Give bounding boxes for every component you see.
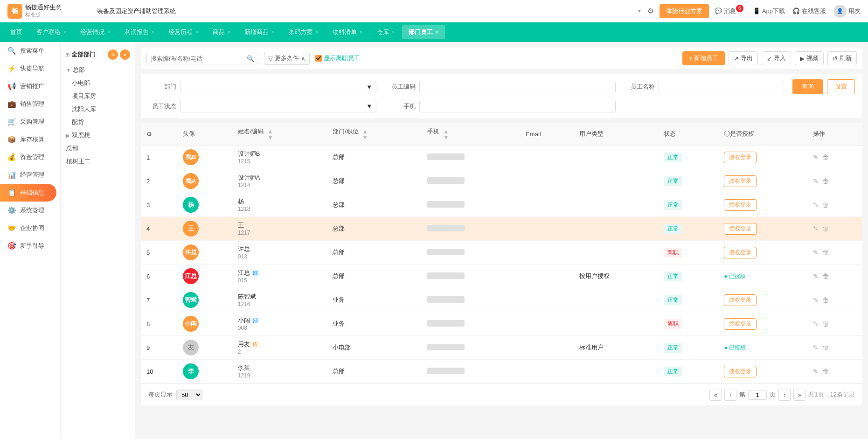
delete-button[interactable]: 🗑 xyxy=(822,249,829,256)
delete-button[interactable]: 🗑 xyxy=(822,272,829,280)
status-select[interactable]: ▼ xyxy=(180,100,376,112)
nav-tab-物料清单[interactable]: 物料清单 × xyxy=(326,25,369,39)
tab-close-icon[interactable]: × xyxy=(228,29,230,35)
dept-edit-btn[interactable]: ✎ xyxy=(108,49,118,60)
system-dropdown-arrow[interactable]: ▼ xyxy=(637,8,642,14)
empcode-input[interactable] xyxy=(419,81,616,93)
tab-close-icon[interactable]: × xyxy=(152,29,154,35)
left-menu-item-资金管理[interactable]: 💰资金管理 xyxy=(0,148,60,166)
tab-close-icon[interactable]: × xyxy=(63,29,66,35)
dept-item-总部[interactable]: ▼总部 xyxy=(61,63,135,77)
left-menu-item-系统管理[interactable]: ⚙️系统管理 xyxy=(0,202,60,219)
edit-button[interactable]: ✎ xyxy=(813,249,819,256)
dept-item-项目库房[interactable]: 项目库房 xyxy=(61,90,135,103)
col-settings[interactable]: ⚙ xyxy=(141,123,177,146)
edit-button[interactable]: ✎ xyxy=(813,368,819,375)
left-menu-item-库存核算[interactable]: 📦库存核算 xyxy=(0,131,60,148)
empname-input[interactable] xyxy=(659,81,783,93)
dept-collapse-btn[interactable]: « xyxy=(120,49,130,60)
left-menu-item-企业协同[interactable]: 🤝企业协同 xyxy=(0,219,60,237)
show-resigned-checkbox[interactable] xyxy=(315,55,322,62)
col-phone[interactable]: 手机 ▲▼ xyxy=(422,123,520,146)
tab-close-icon[interactable]: × xyxy=(360,29,362,35)
dept-item-配货[interactable]: 配货 xyxy=(61,116,135,129)
prev-page-btn[interactable]: ‹ xyxy=(724,389,736,401)
import-button[interactable]: ↙ 导入 xyxy=(762,51,791,65)
edit-button[interactable]: ✎ xyxy=(813,177,819,185)
search-input[interactable] xyxy=(151,55,244,62)
edit-button[interactable]: ✎ xyxy=(813,201,819,209)
delete-button[interactable]: 🗑 xyxy=(822,344,829,351)
auth-button[interactable]: 授权登录 xyxy=(724,152,757,163)
edit-button[interactable]: ✎ xyxy=(813,272,819,280)
dept-select[interactable]: ▼ xyxy=(180,81,376,93)
left-menu-item-快捷导航[interactable]: ⚡快捷导航 xyxy=(0,60,60,77)
auth-button[interactable]: 授权登录 xyxy=(724,247,757,258)
tab-close-icon[interactable]: × xyxy=(195,29,198,35)
online-service-btn[interactable]: 🎧 在线客服 xyxy=(792,7,826,15)
left-menu-item-新手引导[interactable]: 🎯新手引导 xyxy=(0,237,60,255)
export-button[interactable]: ↗ 导出 xyxy=(729,51,758,65)
left-menu-item-营销推广[interactable]: 📢营销推广 xyxy=(0,77,60,95)
left-menu-item-采购管理[interactable]: 🛒采购管理 xyxy=(0,113,60,131)
edit-button[interactable]: ✎ xyxy=(813,344,819,351)
col-dept[interactable]: 部门/职位 ▲▼ xyxy=(327,123,422,146)
edit-button[interactable]: ✎ xyxy=(813,296,819,304)
dept-all-label[interactable]: ⊞ 全部部门 xyxy=(65,50,96,59)
search-button[interactable]: 查询 xyxy=(792,79,823,94)
nav-tab-新增商品[interactable]: 新增商品 × xyxy=(238,25,281,39)
search-box[interactable]: 🔍 xyxy=(146,53,258,64)
nav-tab-部门员工[interactable]: 部门员工 × xyxy=(402,25,445,39)
auth-button[interactable]: 授权登录 xyxy=(724,294,757,306)
nav-tab-商品[interactable]: 商品 × xyxy=(206,25,237,39)
dept-item-双鹿想[interactable]: ▶双鹿想 xyxy=(61,129,135,142)
user-btn[interactable]: 👤 用友 xyxy=(833,5,861,18)
gear-icon[interactable]: ⚙ xyxy=(647,7,654,15)
auth-button[interactable]: 授权登录 xyxy=(724,318,757,330)
first-page-btn[interactable]: « xyxy=(709,389,722,401)
left-menu-item-搜索菜单[interactable]: 🔍搜索菜单 xyxy=(0,42,60,60)
left-menu-item-销售管理[interactable]: 💼销售管理 xyxy=(0,95,60,113)
auth-button[interactable]: 授权登录 xyxy=(724,366,757,377)
edit-button[interactable]: ✎ xyxy=(813,153,819,161)
dept-item-植树王二[interactable]: 植树王二 xyxy=(61,155,135,168)
page-input[interactable] xyxy=(748,390,767,400)
refresh-button[interactable]: ↺ 刷新 xyxy=(827,51,857,65)
col-name[interactable]: 姓名/编码 ▲▼ xyxy=(232,123,327,146)
nav-tab-经营历程[interactable]: 经营历程 × xyxy=(162,25,205,39)
nav-tab-条码方案[interactable]: 条码方案 × xyxy=(282,25,325,39)
left-menu-item-经营管理[interactable]: 📊经营管理 xyxy=(0,166,60,184)
dept-item-小电部[interactable]: 小电部 xyxy=(61,77,135,90)
nav-tab-经营情况[interactable]: 经营情况 × xyxy=(74,25,117,39)
nav-tab-首页[interactable]: 首页 xyxy=(4,25,29,39)
set-button[interactable]: 设置 xyxy=(827,79,855,94)
auth-button[interactable]: 授权登录 xyxy=(724,175,757,187)
show-resigned-toggle[interactable]: 显示离职员工 xyxy=(315,54,360,63)
delete-button[interactable]: 🗑 xyxy=(822,296,829,304)
nav-tab-客户联络[interactable]: 客户联络 × xyxy=(30,25,73,39)
more-filter-btn[interactable]: ▽ 更多条件 ∧ xyxy=(264,52,310,65)
tab-close-icon[interactable]: × xyxy=(436,29,438,35)
delete-button[interactable]: 🗑 xyxy=(822,153,829,161)
add-employee-button[interactable]: + 新增员工 xyxy=(682,51,725,65)
tab-close-icon[interactable]: × xyxy=(107,29,110,35)
dept-item-总部[interactable]: 总部 xyxy=(61,142,135,155)
delete-button[interactable]: 🗑 xyxy=(822,177,829,185)
left-menu-item-基础信息[interactable]: 📋基础信息 xyxy=(0,184,56,202)
delete-button[interactable]: 🗑 xyxy=(822,368,829,375)
nav-tab-仓库[interactable]: 仓库 × xyxy=(370,25,401,39)
edit-button[interactable]: ✎ xyxy=(813,320,819,328)
edit-button[interactable]: ✎ xyxy=(813,225,819,232)
app-download-btn[interactable]: 📱 App下载 xyxy=(753,7,785,15)
views-button[interactable]: ▶ 视频 xyxy=(795,51,824,65)
experience-button[interactable]: 体验行业方案 xyxy=(660,4,709,18)
next-page-btn[interactable]: › xyxy=(778,389,791,401)
delete-button[interactable]: 🗑 xyxy=(822,225,829,232)
message-btn[interactable]: 💬 消息 6 xyxy=(715,7,745,15)
tab-close-icon[interactable]: × xyxy=(271,29,274,35)
tab-close-icon[interactable]: × xyxy=(392,29,395,35)
phone-input[interactable] xyxy=(419,100,616,112)
per-page-select[interactable]: 50 100 200 xyxy=(176,390,202,400)
last-page-btn[interactable]: » xyxy=(793,389,806,401)
auth-button[interactable]: 授权登录 xyxy=(724,199,757,211)
